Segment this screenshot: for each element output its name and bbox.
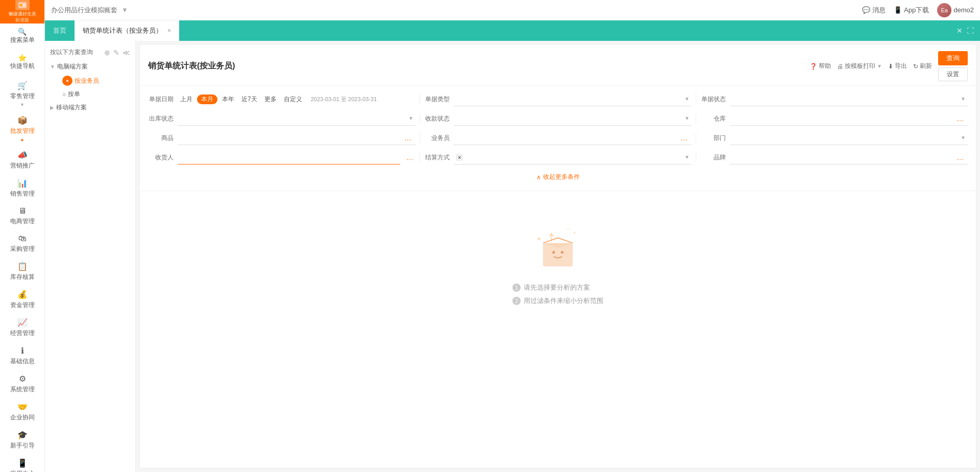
collapse-label: 收起更多条件: [543, 173, 580, 181]
left-panel-header: 按以下方案查询 ⊕ ✎ ≪: [45, 45, 135, 60]
svg-point-8: [552, 251, 555, 254]
help-button[interactable]: ❓ 帮助: [810, 62, 831, 70]
out-status-select[interactable]: ▼: [178, 111, 415, 126]
message-label: 消息: [872, 6, 886, 15]
warehouse-label: 仓库: [700, 114, 726, 123]
basic-label: 基础信息: [10, 357, 35, 366]
retail-label: 零售管理: [10, 92, 35, 101]
by-order-label: 按单: [68, 90, 80, 99]
shortcut-nav-button[interactable]: ⭐ 快捷导航: [0, 51, 44, 74]
tree-section-desktop[interactable]: ▼ 电脑端方案: [45, 60, 135, 74]
collapse-bar[interactable]: ∧ 收起更多条件: [148, 170, 968, 184]
filter-row-3: 商品 … 业务员 … 部门: [148, 131, 968, 145]
sidebar-item-wholesale[interactable]: 📦 批发管理 ▲: [0, 110, 44, 145]
settings-button[interactable]: 设置: [938, 67, 968, 81]
apps-icon: 📱: [17, 458, 28, 468]
brand-select[interactable]: …: [730, 150, 968, 164]
help-label: 帮助: [819, 62, 831, 70]
operations-icon: 📈: [17, 318, 28, 327]
desktop-arrow-icon: ▼: [50, 64, 55, 69]
search-menu-button[interactable]: 🔍 搜索菜单: [0, 23, 44, 49]
operations-label: 经营管理: [10, 329, 35, 338]
salesperson-select[interactable]: …: [454, 131, 692, 145]
date-custom[interactable]: 自定义: [281, 95, 305, 104]
doc-status-chevron-icon: ▼: [961, 96, 966, 102]
filter-field-settlement: 结算方式 × ▼: [424, 150, 692, 164]
sidebar-item-newbie[interactable]: 🎓 新手引导: [0, 425, 44, 453]
print-label: 按模板打印: [845, 62, 875, 70]
salesperson-dots[interactable]: …: [678, 134, 690, 142]
brand-dots[interactable]: …: [954, 153, 966, 161]
goods-label: 商品: [148, 134, 174, 143]
tip-1-text: 请先选择要分析的方案: [524, 283, 590, 292]
sidebar-item-operations[interactable]: 📈 经营管理: [0, 313, 44, 341]
consignee-dots[interactable]: …: [404, 153, 415, 161]
sidebar-item-basic[interactable]: ℹ 基础信息: [0, 341, 44, 369]
retail-icon: 🛒: [17, 81, 28, 90]
export-button[interactable]: ⬇ 导出: [888, 62, 907, 70]
edit-scheme-icon[interactable]: ✎: [113, 49, 119, 57]
wholesale-label: 批发管理: [10, 127, 35, 135]
sidebar-item-system[interactable]: ⚙ 系统管理: [0, 369, 44, 397]
date-range-display: 2023-03-01 至 2023-03-31: [311, 96, 377, 103]
left-panel-actions: ⊕ ✎ ≪: [104, 49, 130, 57]
sidebar-item-finance[interactable]: 💰 资金管理: [0, 285, 44, 313]
tab-home[interactable]: 首页: [45, 20, 75, 41]
sidebar-item-inventory[interactable]: 📋 库存核算: [0, 256, 44, 285]
sidebar-item-apps[interactable]: 📱 应用中心: [0, 453, 44, 472]
empty-state: ✦ ✦ ✦ 1 请先选择要分析的方案: [140, 191, 976, 336]
date-last-7-days[interactable]: 近7天: [239, 95, 260, 104]
sidebar-item-sales[interactable]: 📊 销售管理: [0, 173, 44, 201]
date-label: 单据日期: [148, 95, 174, 104]
collection-status-select[interactable]: ▼: [454, 111, 692, 126]
tip-2-num: 2: [512, 297, 521, 305]
tab-close-icon[interactable]: ×: [167, 27, 171, 34]
department-chevron-icon: ▼: [961, 135, 966, 140]
doc-type-select[interactable]: ▼: [454, 92, 692, 106]
page-actions: ❓ 帮助 🖨 按模板打印 ▼ ⬇ 导出 ↻ 刷新: [810, 51, 968, 81]
goods-select[interactable]: …: [178, 131, 415, 145]
warehouse-select[interactable]: …: [730, 111, 968, 126]
sidebar-item-ecommerce[interactable]: 🖥 电商管理: [0, 201, 44, 229]
message-button[interactable]: 💬 消息: [862, 6, 886, 15]
tab-expand-buttons: ✕ ⛶: [957, 27, 974, 35]
settlement-select[interactable]: × ▼: [454, 150, 692, 164]
sidebar-item-retail[interactable]: 🛒 零售管理 ▼: [0, 76, 44, 110]
svg-point-9: [561, 251, 564, 254]
inventory-icon: 📋: [17, 262, 28, 271]
tree-item-by-salesperson[interactable]: ● 按业务员: [55, 74, 135, 88]
settlement-tag-x-button[interactable]: ×: [458, 154, 461, 160]
department-label: 部门: [700, 134, 726, 143]
collapse-panel-icon[interactable]: ≪: [122, 49, 130, 57]
sidebar-item-enterprise[interactable]: 🤝 企业协同: [0, 397, 44, 425]
tab-expand-icon[interactable]: ⛶: [967, 27, 974, 35]
goods-dots[interactable]: …: [402, 134, 413, 142]
add-scheme-icon[interactable]: ⊕: [104, 49, 110, 57]
by-order-icon: ≡: [62, 91, 66, 98]
user-menu-button[interactable]: Ea demo2: [937, 3, 974, 17]
doc-status-select[interactable]: ▼: [730, 92, 968, 106]
topbar-dropdown-icon[interactable]: ▼: [121, 6, 128, 14]
tree-item-by-order[interactable]: ≡ 按单: [55, 88, 135, 101]
content-area: 按以下方案查询 ⊕ ✎ ≪ ▼ 电脑端方案 ● 按业务员 ≡ 按单: [45, 41, 980, 472]
tab-minimize-icon[interactable]: ✕: [957, 27, 963, 35]
warehouse-dots[interactable]: …: [954, 114, 966, 123]
mobile-section-label: 移动端方案: [56, 103, 87, 112]
tab-sales-report[interactable]: 销货单统计表（按业务员） ×: [75, 20, 179, 41]
sidebar-item-purchase[interactable]: 🛍 采购管理: [0, 229, 44, 256]
date-more[interactable]: 更多: [262, 95, 279, 104]
tree-section-mobile[interactable]: ▶ 移动端方案: [45, 101, 135, 114]
tree-sub-desktop: ● 按业务员 ≡ 按单: [45, 74, 135, 101]
sales-label: 销售管理: [10, 190, 35, 198]
print-button[interactable]: 🖨 按模板打印 ▼: [837, 62, 882, 70]
date-this-month[interactable]: 本月: [197, 95, 217, 104]
department-select[interactable]: ▼: [730, 131, 968, 145]
query-button[interactable]: 查询: [938, 51, 968, 65]
marketing-icon: 📣: [17, 150, 28, 160]
date-this-year[interactable]: 本年: [219, 95, 237, 104]
sidebar-item-marketing[interactable]: 📣 营销推广: [0, 145, 44, 173]
consignee-input[interactable]: [178, 150, 400, 164]
date-last-month[interactable]: 上月: [178, 95, 195, 104]
refresh-button[interactable]: ↻ 刷新: [913, 62, 932, 70]
app-download-button[interactable]: 📱 App下载: [894, 6, 929, 15]
